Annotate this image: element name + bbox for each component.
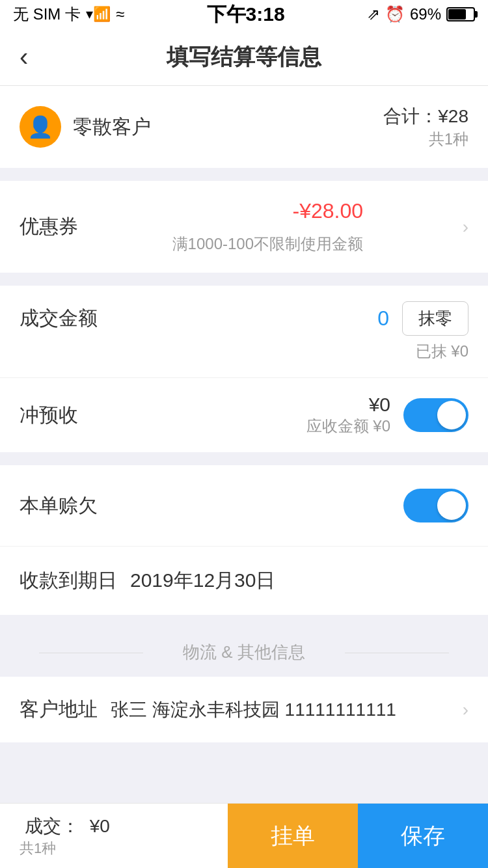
customer-left: 👤 零散客户 bbox=[20, 106, 151, 148]
bottom-deal-row: 成交： ¥0 bbox=[20, 814, 208, 839]
main-content: 👤 零散客户 合计：¥28 共1种 优惠券 -¥28.00 满1000-100不… bbox=[0, 86, 488, 821]
prepay-values: ¥0 应收金额 ¥0 bbox=[306, 394, 390, 437]
battery-icon bbox=[446, 7, 475, 21]
bottom-deal-value: ¥0 bbox=[90, 816, 110, 836]
prepay-toggle[interactable] bbox=[403, 398, 468, 432]
coupon-section: 优惠券 -¥28.00 满1000-100不限制使用金额 › bbox=[0, 181, 488, 273]
wifi-signal: ≈ bbox=[116, 5, 124, 23]
debt-toggle[interactable] bbox=[403, 489, 468, 522]
prepay-sub: 应收金额 ¥0 bbox=[306, 416, 390, 437]
nav-bar: ‹ 填写结算等信息 bbox=[0, 29, 488, 86]
debt-toggle-knob bbox=[437, 491, 466, 520]
address-chevron-icon: › bbox=[463, 699, 468, 720]
coupon-label: 优惠券 bbox=[20, 213, 78, 240]
location-icon: ⇗ bbox=[367, 5, 380, 23]
address-value: 张三 海淀永丰科技园 11111111111 bbox=[111, 698, 457, 722]
bottom-summary: 成交： ¥0 共1种 bbox=[0, 814, 228, 858]
wifi-icon: ▾📶 bbox=[86, 6, 111, 23]
deal-row-top: 成交金额 0 抹零 bbox=[20, 301, 468, 336]
bottom-bar: 成交： ¥0 共1种 挂单 保存 bbox=[0, 803, 488, 868]
avatar: 👤 bbox=[20, 106, 61, 148]
page-title: 填写结算等信息 bbox=[167, 42, 321, 72]
prepay-row-right: ¥0 应收金额 ¥0 bbox=[306, 394, 468, 437]
debt-section: 本单赊欠 收款到期日 2019年12月30日 bbox=[0, 465, 488, 615]
prepay-row-top: 冲预收 ¥0 应收金额 ¥0 bbox=[20, 394, 468, 437]
customer-count: 共1种 bbox=[383, 129, 468, 150]
debt-row: 本单赊欠 bbox=[0, 465, 488, 546]
hangup-button[interactable]: 挂单 bbox=[228, 804, 358, 869]
alarm-icon: ⏰ bbox=[385, 5, 405, 23]
carrier-text: 无 SIM 卡 bbox=[13, 4, 81, 25]
deal-amount-row: 成交金额 0 抹零 已抹 ¥0 bbox=[0, 286, 488, 378]
due-date-value: 2019年12月30日 bbox=[130, 567, 275, 594]
logistics-label: 物流 & 其他信息 bbox=[183, 642, 305, 662]
deal-row-right: 0 抹零 bbox=[377, 301, 468, 336]
back-button[interactable]: ‹ bbox=[20, 42, 28, 72]
due-date-row: 收款到期日 2019年12月30日 bbox=[0, 546, 488, 615]
coupon-discount: -¥28.00 bbox=[293, 199, 364, 223]
deal-amount-section: 成交金额 0 抹零 已抹 ¥0 冲预收 ¥0 应收金额 ¥0 bbox=[0, 286, 488, 452]
battery-percent: 69% bbox=[410, 5, 441, 23]
customer-total: 合计：¥28 bbox=[383, 104, 468, 129]
prepay-row: 冲预收 ¥0 应收金额 ¥0 bbox=[0, 378, 488, 452]
address-label: 客户地址 bbox=[20, 696, 98, 723]
divider-2 bbox=[0, 273, 488, 286]
save-button[interactable]: 保存 bbox=[358, 804, 488, 869]
status-time: 下午3:18 bbox=[207, 1, 285, 28]
due-date-label: 收款到期日 bbox=[20, 567, 117, 594]
deal-amount-label: 成交金额 bbox=[20, 305, 98, 332]
bottom-count: 共1种 bbox=[20, 839, 208, 858]
deal-amount-value: 0 bbox=[377, 306, 389, 331]
status-bar: 无 SIM 卡 ▾📶 ≈ 下午3:18 ⇗ ⏰ 69% bbox=[0, 0, 488, 29]
divider-3 bbox=[0, 452, 488, 465]
deal-amount-sub: 已抹 ¥0 bbox=[20, 341, 468, 362]
customer-name: 零散客户 bbox=[73, 114, 151, 141]
bottom-deal-label: 成交： bbox=[25, 816, 79, 836]
logistics-divider bbox=[0, 615, 488, 628]
status-left: 无 SIM 卡 ▾📶 ≈ bbox=[13, 4, 124, 25]
coupon-right: -¥28.00 满1000-100不限制使用金额 bbox=[172, 199, 363, 254]
avatar-icon: 👤 bbox=[27, 115, 53, 139]
coupon-sub: 满1000-100不限制使用金额 bbox=[172, 234, 363, 254]
customer-right: 合计：¥28 共1种 bbox=[383, 104, 468, 150]
address-row[interactable]: 客户地址 张三 海淀永丰科技园 11111111111 › bbox=[0, 677, 488, 742]
logistics-header: 物流 & 其他信息 bbox=[0, 628, 488, 677]
customer-section: 👤 零散客户 合计：¥28 共1种 bbox=[0, 86, 488, 168]
debt-label: 本单赊欠 bbox=[20, 493, 98, 519]
coupon-row[interactable]: 优惠券 -¥28.00 满1000-100不限制使用金额 › bbox=[0, 181, 488, 273]
round-button[interactable]: 抹零 bbox=[402, 301, 468, 336]
prepay-label: 冲预收 bbox=[20, 402, 78, 429]
divider-1 bbox=[0, 168, 488, 181]
prepay-amount: ¥0 bbox=[306, 394, 390, 416]
status-right: ⇗ ⏰ 69% bbox=[367, 5, 475, 23]
toggle-knob bbox=[437, 401, 466, 429]
chevron-right-icon: › bbox=[463, 217, 468, 237]
